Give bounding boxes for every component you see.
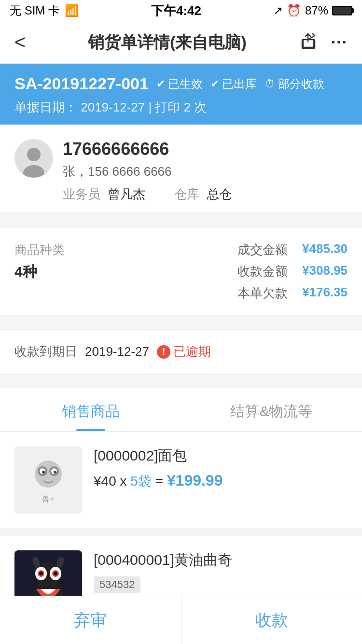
svg-text:兽+: 兽+ xyxy=(42,495,54,503)
warehouse-field: 仓库 总仓 xyxy=(174,186,232,203)
qty-text: 5袋 xyxy=(130,474,152,489)
received-label: 收款金额 xyxy=(237,263,288,280)
product-item: 兽+ [0000002]面包 ¥40 x 5袋 = ¥199.99 xyxy=(0,432,362,528)
tabs-bar: 销售商品 结算&物流等 xyxy=(0,388,362,432)
warehouse-label: 仓库 xyxy=(174,187,199,201)
badge-shipped: ✔ 已出库 xyxy=(210,76,257,92)
tab-sales-products[interactable]: 销售商品 xyxy=(0,388,181,431)
check-icon: ✔ xyxy=(156,78,165,90)
nav-actions: ··· xyxy=(299,32,348,53)
nav-bar: < 销货单详情(来自电脑) ··· xyxy=(0,21,362,64)
order-header-row1: SA-20191227-001 ✔ 已生效 ✔ 已出库 ⏱ 部分收款 xyxy=(14,74,348,93)
warehouse-value: 总仓 xyxy=(207,187,232,201)
order-date-row: 单据日期： 2019-12-27 | 打印 2 次 xyxy=(14,99,348,116)
total-text: ¥199.99 xyxy=(167,472,223,489)
tab-settlement-label: 结算&物流等 xyxy=(230,403,312,419)
badge-partial-label: 部分收款 xyxy=(278,76,324,92)
salesperson-value: 曾凡杰 xyxy=(108,187,145,201)
check-icon-2: ✔ xyxy=(210,78,219,90)
confirm-button[interactable]: 收款 xyxy=(181,596,362,644)
customer-meta: 业务员 曾凡杰 仓库 总仓 xyxy=(63,186,348,203)
divider-1 xyxy=(0,212,362,220)
clock-icon: ⏱ xyxy=(265,78,275,90)
due-label: 收款到期日 xyxy=(14,343,77,360)
status-bar: 无 SIM 卡 📶 下午4:42 ↗ ⏰ 87% xyxy=(0,0,362,21)
amount-label: 成交金额 xyxy=(237,241,288,258)
product-price-bread: ¥40 x 5袋 = ¥199.99 xyxy=(94,472,348,490)
badge-shipped-label: 已出库 xyxy=(222,76,257,92)
date-label: 单据日期： xyxy=(14,100,77,114)
product-name-cookies: [000400001]黄油曲奇 xyxy=(94,550,348,570)
status-time: 下午4:42 xyxy=(151,2,201,19)
date-value: 2019-12-27 xyxy=(81,100,145,114)
summary-right: 成交金额 ¥485.30 收款金额 ¥308.95 本单欠款 ¥176.35 xyxy=(237,241,348,302)
badge-effective: ✔ 已生效 xyxy=(156,76,203,92)
overdue-label: 已逾期 xyxy=(173,343,211,360)
avatar xyxy=(14,139,53,178)
page-title: 销货单详情(来自电脑) xyxy=(35,31,299,54)
product-name-bread: [0000002]面包 xyxy=(94,446,348,466)
salesperson-field: 业务员 曾凡杰 xyxy=(63,186,145,203)
owed-label: 本单欠款 xyxy=(237,285,288,302)
product-image-bread: 兽+ xyxy=(14,446,82,514)
svg-point-20 xyxy=(39,572,43,575)
divider-2 xyxy=(0,315,362,323)
amount-value: ¥485.30 xyxy=(302,241,348,258)
price-text: ¥40 x xyxy=(94,474,130,489)
salesperson-label: 业务员 xyxy=(63,187,100,201)
svg-point-21 xyxy=(54,572,57,575)
due-section: 收款到期日 2019-12-27 ! 已逾期 xyxy=(0,331,362,373)
customer-phone: 17666666666 xyxy=(63,139,348,159)
svg-point-10 xyxy=(42,471,45,474)
svg-point-2 xyxy=(27,148,41,161)
status-carrier: 无 SIM 卡 📶 xyxy=(10,3,79,18)
divider-3 xyxy=(0,373,362,380)
tab-sales-label: 销售商品 xyxy=(62,403,120,419)
carrier-text: 无 SIM 卡 xyxy=(10,3,60,18)
summary-left: 商品种类 4种 xyxy=(14,241,65,282)
battery-icon xyxy=(332,6,352,15)
customer-info: 17666666666 张，156 6666 6666 业务员 曾凡杰 仓库 总… xyxy=(63,139,348,203)
back-button[interactable]: < xyxy=(14,31,26,53)
alarm-icon: ⏰ xyxy=(287,4,301,17)
svg-point-11 xyxy=(54,471,56,474)
summary-section: 商品种类 4种 成交金额 ¥485.30 收款金额 ¥308.95 本单欠款 ¥… xyxy=(0,228,362,315)
overdue-badge: ! 已逾期 xyxy=(157,343,211,360)
cancel-button[interactable]: 弃审 xyxy=(0,596,181,644)
battery-text: 87% xyxy=(305,4,328,17)
customer-name: 张，156 6666 6666 xyxy=(63,163,348,180)
owed-line: 本单欠款 ¥176.35 xyxy=(237,285,348,302)
equals-text: = xyxy=(152,474,167,489)
type-count: 4种 xyxy=(14,262,65,282)
order-number: SA-20191227-001 xyxy=(14,74,149,93)
wifi-icon: 📶 xyxy=(65,4,79,17)
product-badge-cookies: 534532 xyxy=(94,576,140,593)
badge-effective-label: 已生效 xyxy=(168,76,203,92)
share-button[interactable] xyxy=(299,32,317,53)
owed-value: ¥176.35 xyxy=(302,285,348,302)
location-icon: ↗ xyxy=(273,4,283,17)
received-line: 收款金额 ¥308.95 xyxy=(237,263,348,280)
product-info-bread: [0000002]面包 ¥40 x 5袋 = ¥199.99 xyxy=(94,446,348,490)
type-label: 商品种类 xyxy=(14,241,65,258)
amount-line: 成交金额 ¥485.30 xyxy=(237,241,348,258)
order-header: SA-20191227-001 ✔ 已生效 ✔ 已出库 ⏱ 部分收款 单据日期：… xyxy=(0,64,362,125)
more-button[interactable]: ··· xyxy=(331,33,348,52)
received-value: ¥308.95 xyxy=(302,263,348,280)
print-info: | 打印 2 次 xyxy=(148,100,207,114)
tab-settlement[interactable]: 结算&物流等 xyxy=(181,388,362,431)
due-date-value: 2019-12-27 xyxy=(85,344,149,359)
customer-section: 17666666666 张，156 6666 6666 业务员 曾凡杰 仓库 总… xyxy=(0,125,362,212)
bottom-bar: 弃审 收款 xyxy=(0,596,362,644)
status-right: ↗ ⏰ 87% xyxy=(273,4,352,17)
overdue-icon: ! xyxy=(157,345,170,359)
badge-partial: ⏱ 部分收款 xyxy=(265,76,324,92)
